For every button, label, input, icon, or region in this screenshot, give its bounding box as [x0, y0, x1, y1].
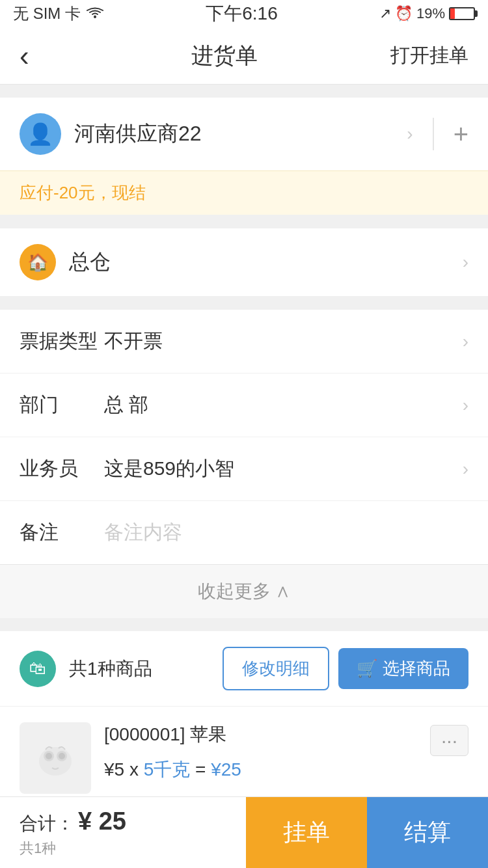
gap-3: [0, 296, 488, 309]
warehouse-icon: 🏠: [20, 244, 56, 280]
person-icon: 👤: [27, 122, 53, 146]
warehouse-row[interactable]: 🏠 总仓 ›: [0, 228, 488, 296]
select-product-button[interactable]: 🛒 选择商品: [338, 648, 468, 689]
shop-icon: 🏠: [27, 252, 48, 273]
gap-2: [0, 215, 488, 228]
total-label: 合计：: [20, 811, 74, 836]
invoice-arrow-icon: ›: [463, 331, 468, 352]
salesperson-arrow-icon: ›: [463, 459, 468, 480]
location-icon: ↗: [379, 5, 391, 22]
supplier-warning: 应付-20元，现结: [0, 170, 488, 215]
product-price: ¥5 x 5千克 = ¥25: [104, 757, 430, 782]
edit-details-button[interactable]: 修改明细: [223, 647, 329, 690]
product-thumbnail: [20, 722, 91, 794]
bag-icon: 🛍: [29, 658, 46, 679]
invoice-label: 票据类型: [20, 328, 98, 355]
status-bar: 无 SIM 卡 下午6:16 ↗ ⏰ 19%: [0, 0, 488, 27]
total-section: 合计： ¥ 25 共1种: [0, 797, 246, 868]
warehouse-name: 总仓: [69, 248, 463, 277]
back-button[interactable]: ‹: [20, 40, 59, 72]
gap-1: [0, 85, 488, 98]
supplier-divider: [433, 118, 434, 150]
open-pending-button[interactable]: 打开挂单: [390, 42, 468, 69]
department-value: 总 部: [104, 392, 463, 418]
salesperson-row[interactable]: 业务员 这是859的小智 ›: [0, 437, 488, 500]
department-arrow-icon: ›: [463, 395, 468, 416]
products-section: 🛍 共1种商品 修改明细 🛒 选择商品: [0, 618, 488, 809]
status-time: 下午6:16: [206, 1, 278, 26]
product-qty: 5千克: [144, 759, 191, 780]
supplier-arrow-icon: ›: [407, 124, 413, 144]
hang-button[interactable]: 挂单: [246, 797, 367, 868]
products-icon: 🛍: [20, 651, 56, 687]
svg-point-4: [46, 753, 52, 759]
product-name: [0000001] 苹果: [104, 722, 430, 747]
settle-button[interactable]: 结算: [367, 797, 488, 868]
total-count: 共1种: [20, 839, 226, 858]
bottom-bar: 合计： ¥ 25 共1种 挂单 结算: [0, 796, 488, 868]
warehouse-section: 🏠 总仓 ›: [0, 228, 488, 296]
products-header: 🛍 共1种商品 修改明细 🛒 选择商品: [0, 618, 488, 706]
salesperson-label: 业务员: [20, 455, 98, 482]
product-total: ¥25: [211, 759, 241, 780]
svg-point-5: [59, 753, 65, 759]
status-right: ↗ ⏰ 19%: [379, 5, 475, 22]
product-item: [0000001] 苹果 ¥5 x 5千克 = ¥25 ···: [0, 706, 488, 809]
remark-input[interactable]: 备注内容: [104, 519, 468, 546]
collapse-button[interactable]: 收起更多 ∧: [0, 564, 488, 618]
department-row[interactable]: 部门 总 部 ›: [0, 373, 488, 437]
salesperson-value: 这是859的小智: [104, 455, 463, 482]
nav-bar: ‹ 进货单 打开挂单: [0, 27, 488, 85]
page-title: 进货单: [191, 41, 258, 71]
battery-percent: 19%: [416, 5, 445, 22]
svg-point-0: [94, 16, 96, 18]
form-section: 票据类型 不开票 › 部门 总 部 › 业务员 这是859的小智 › 备注 备注…: [0, 309, 488, 618]
product-image: [29, 732, 81, 784]
battery-icon: [449, 7, 475, 20]
invoice-value: 不开票: [104, 328, 463, 355]
supplier-row[interactable]: 👤 河南供应商22 › +: [0, 98, 488, 170]
add-supplier-button[interactable]: +: [454, 120, 468, 149]
product-info: [0000001] 苹果 ¥5 x 5千克 = ¥25: [104, 722, 430, 782]
department-label: 部门: [20, 392, 98, 418]
supplier-avatar: 👤: [20, 113, 61, 155]
svg-point-1: [39, 747, 72, 776]
remark-label: 备注: [20, 519, 98, 546]
alarm-icon: ⏰: [395, 5, 413, 22]
select-product-label: 选择商品: [383, 657, 450, 680]
carrier-text: 无 SIM 卡: [13, 3, 81, 24]
cart-icon: 🛒: [357, 658, 377, 679]
status-left: 无 SIM 卡: [13, 3, 104, 24]
invoice-row[interactable]: 票据类型 不开票 ›: [0, 309, 488, 373]
warehouse-arrow-icon: ›: [463, 252, 468, 273]
remark-row[interactable]: 备注 备注内容: [0, 500, 488, 564]
wifi-icon: [86, 5, 104, 23]
products-count: 共1种商品: [69, 657, 223, 681]
supplier-section: 👤 河南供应商22 › + 应付-20元，现结: [0, 98, 488, 215]
total-row: 合计： ¥ 25: [20, 807, 226, 836]
total-amount: ¥ 25: [78, 807, 126, 835]
product-more-button[interactable]: ···: [430, 725, 468, 756]
supplier-name: 河南供应商22: [74, 120, 407, 148]
